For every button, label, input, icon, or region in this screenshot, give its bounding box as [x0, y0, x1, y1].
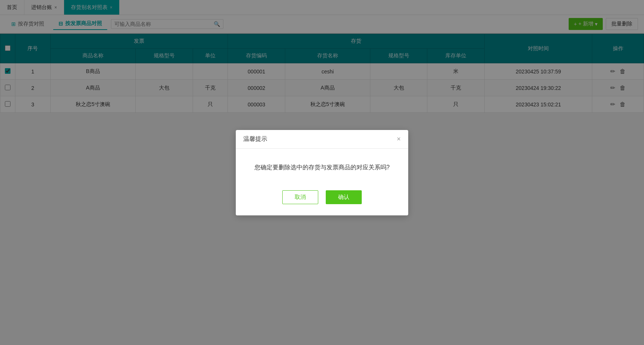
modal-close-button[interactable]: × — [397, 136, 401, 142]
modal-body: 您确定要删除选中的存货与发票商品的对应关系吗? — [236, 149, 408, 183]
confirm-modal: 温馨提示 × 您确定要删除选中的存货与发票商品的对应关系吗? 取消 确认 — [236, 130, 408, 215]
modal-overlay: 温馨提示 × 您确定要删除选中的存货与发票商品的对应关系吗? 取消 确认 — [0, 0, 644, 345]
modal-title: 温馨提示 — [243, 135, 267, 143]
modal-message: 您确定要删除选中的存货与发票商品的对应关系吗? — [255, 164, 390, 170]
cancel-button[interactable]: 取消 — [282, 190, 318, 204]
confirm-button[interactable]: 确认 — [326, 190, 362, 204]
modal-footer: 取消 确认 — [236, 183, 408, 215]
modal-header: 温馨提示 × — [236, 130, 408, 149]
